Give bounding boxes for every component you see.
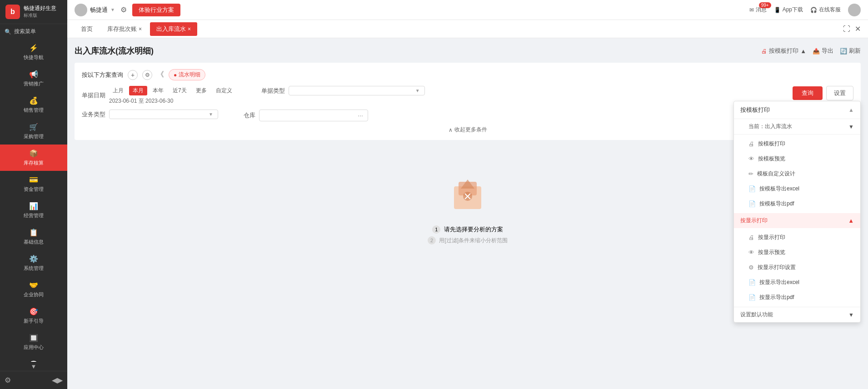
sidebar-item-purchase[interactable]: 🛒 采购管理: [0, 118, 67, 145]
sidebar-scroll-down[interactable]: ▼: [0, 362, 67, 371]
dropdown-item-template-excel[interactable]: 📄 按模板导出excel: [734, 181, 860, 196]
message-icon: ✉: [749, 7, 754, 13]
quick-nav-icon: ⚡: [29, 44, 38, 52]
query-btn[interactable]: 查询: [793, 86, 823, 100]
sidebar-item-label: 销售管理: [24, 107, 44, 114]
sidebar-item-label: 快捷导航: [24, 54, 44, 61]
settings-btn[interactable]: 设置: [826, 86, 853, 100]
sidebar-item-app-center[interactable]: 🔲 应用中心: [0, 329, 67, 355]
dropdown-footer[interactable]: 设置默认功能 ▼: [734, 307, 860, 322]
sidebar-item-cooperate[interactable]: 🤝 企业协同: [0, 276, 67, 303]
user-dropdown-icon: ▼: [110, 7, 115, 12]
export-btn[interactable]: 📤 导出: [813, 47, 833, 55]
filter-collapse-btn[interactable]: 《: [157, 70, 164, 80]
doc-type-arrow: ▼: [415, 88, 420, 93]
filter-label: 按以下方案查询: [82, 71, 123, 79]
dropdown-item-display-settings[interactable]: ⚙ 按显示打印设置: [734, 260, 860, 275]
dropdown-current-template[interactable]: 当前：出入库流水 ▼: [734, 119, 860, 135]
page-title: 出入库流水(流水明细): [75, 45, 154, 56]
refresh-label: 刷新: [849, 47, 861, 55]
date-tab-more[interactable]: 更多: [192, 86, 210, 95]
display-print-label: 按显示打印: [758, 234, 785, 241]
logo-icon: b: [5, 5, 20, 19]
date-tab-custom[interactable]: 自定义: [212, 86, 236, 95]
date-label: 单据日期: [82, 91, 105, 100]
maximize-btn[interactable]: ⛶: [843, 25, 850, 33]
tabs-window-btns: ⛶ ✕: [843, 25, 861, 33]
sidebar-nav: ⚡ 快捷导航 📢 营销推广 💰 销售管理 🛒 采购管理 📦 库存核算 💳 资金管…: [0, 39, 67, 362]
filter-add-btn[interactable]: +: [128, 70, 138, 80]
tab-batch-account-label: 库存批次账: [107, 25, 137, 33]
sidebar-logo: b 畅捷通好生意 标准版: [0, 0, 67, 24]
app-download-btn[interactable]: 📱 App下载: [774, 6, 803, 14]
dropdown-collapse-btn[interactable]: ▲: [848, 107, 854, 113]
filter-settings-btn[interactable]: ⚙: [142, 70, 152, 80]
dropdown-item-template-print[interactable]: 🖨 按模板打印: [734, 136, 860, 151]
date-tab-this-month[interactable]: 本月: [129, 86, 147, 95]
display-excel-icon: 📄: [748, 279, 756, 286]
filter-chip-flow[interactable]: ● 流水明细: [169, 69, 205, 80]
sidebar-item-system[interactable]: ⚙️ 系统管理: [0, 250, 67, 276]
sidebar-item-marketing[interactable]: 📢 营销推广: [0, 65, 67, 92]
sidebar-item-finance[interactable]: 💳 资金管理: [0, 171, 67, 197]
tab-home[interactable]: 首页: [75, 22, 99, 36]
cooperate-icon: 🤝: [29, 281, 38, 289]
display-section-icon: ▲: [848, 217, 854, 224]
dropdown-item-template-custom[interactable]: ✏ 模板自定义设计: [734, 166, 860, 181]
sidebar-item-sales[interactable]: 💰 销售管理: [0, 92, 67, 118]
date-tab-last-month[interactable]: 上月: [109, 86, 127, 95]
dropdown-item-display-print[interactable]: 🖨 按显示打印: [734, 230, 860, 245]
business-type-select[interactable]: ▼: [109, 110, 218, 119]
close-win-btn[interactable]: ✕: [855, 25, 861, 33]
dropdown-item-display-excel[interactable]: 📄 按显示导出excel: [734, 275, 860, 290]
date-tab-this-year[interactable]: 本年: [149, 86, 167, 95]
trial-btn[interactable]: 体验行业方案: [132, 4, 180, 16]
template-print-icon: 🖨: [748, 140, 754, 147]
print-dropdown-arrow[interactable]: ▲: [800, 48, 806, 55]
message-btn[interactable]: ✉ 消息 99+: [749, 6, 767, 14]
sidebar-item-guide[interactable]: 🎯 新手引导: [0, 303, 67, 329]
dropdown-item-template-pdf[interactable]: 📄 按模板导出pdf: [734, 196, 860, 211]
tab-stock-flow[interactable]: 出入库流水 ×: [150, 22, 197, 36]
display-print-icon: 🖨: [748, 234, 754, 241]
date-tab-last-7[interactable]: 近7天: [169, 86, 190, 95]
display-section-label: 按显示打印: [740, 217, 768, 224]
dropdown-item-template-preview[interactable]: 👁 按模板预览: [734, 151, 860, 166]
fold-icon[interactable]: ◀▶: [52, 376, 63, 384]
date-range: 2023-06-01 至 2023-06-30: [109, 97, 236, 105]
refresh-btn[interactable]: 🔄 刷新: [840, 47, 861, 55]
tab-batch-account-close[interactable]: ×: [139, 26, 142, 32]
sidebar-item-basic[interactable]: 📋 基础信息: [0, 224, 67, 250]
display-preview-label: 按显示预览: [758, 249, 785, 256]
sidebar-item-quick-nav[interactable]: ⚡ 快捷导航: [0, 39, 67, 65]
dropdown-item-display-preview[interactable]: 👁 按显示预览: [734, 245, 860, 260]
header-user-avatar-area[interactable]: [848, 4, 861, 16]
top-header: 畅捷通 ▼ ⚙ 体验行业方案 ✉ 消息 99+ 📱 App下载 🎧 在线客服: [67, 0, 868, 20]
tab-stock-flow-close[interactable]: ×: [188, 26, 191, 32]
sidebar-item-label: 基础信息: [24, 239, 44, 245]
dropdown-item-display-pdf[interactable]: 📄 按显示导出pdf: [734, 290, 860, 305]
sidebar-item-label: 采购管理: [24, 133, 44, 140]
sidebar-item-label: 应用中心: [24, 344, 44, 351]
warehouse-select[interactable]: ···: [259, 110, 368, 121]
display-excel-label: 按显示导出excel: [759, 279, 799, 286]
dropdown-display-section-header[interactable]: 按显示打印 ▲: [734, 213, 860, 228]
header-gear-icon[interactable]: ⚙: [120, 5, 127, 14]
header-user[interactable]: 畅捷通 ▼: [75, 4, 115, 16]
settings-icon[interactable]: ⚙: [5, 376, 11, 384]
sidebar-item-inventory[interactable]: 📦 库存核算: [0, 145, 67, 171]
display-preview-icon: 👁: [748, 249, 754, 256]
sidebar-item-operation[interactable]: 📊 经营管理: [0, 197, 67, 224]
dropdown-display-section: 🖨 按显示打印 👁 按显示预览 ⚙ 按显示打印设置 📄 按显示导出excel 📄: [734, 228, 860, 307]
print-dropdown-panel: 按模板打印 ▲ 当前：出入库流水 ▼ 🖨 按模板打印 👁 按模板预览 ✏ 模板: [733, 101, 861, 323]
sidebar-search[interactable]: 🔍 搜索菜单: [0, 24, 67, 39]
tabs-bar: 首页 库存批次账 × 出入库流水 × ⛶ ✕: [67, 20, 868, 38]
sidebar-item-wechat[interactable]: 💬 企业微信: [0, 355, 67, 362]
warehouse-label: 仓库: [244, 111, 255, 120]
customer-service-btn[interactable]: 🎧 在线客服: [810, 6, 841, 14]
filter-top-row: 按以下方案查询 + ⚙ 《 ● 流水明细: [82, 69, 853, 80]
tab-batch-account[interactable]: 库存批次账 ×: [101, 22, 148, 36]
collapse-conditions-btn[interactable]: ∧ 收起更多条件: [449, 126, 487, 134]
print-btn[interactable]: 🖨 按模板打印 ▲: [761, 47, 806, 55]
doc-type-select[interactable]: ▼: [289, 86, 425, 95]
